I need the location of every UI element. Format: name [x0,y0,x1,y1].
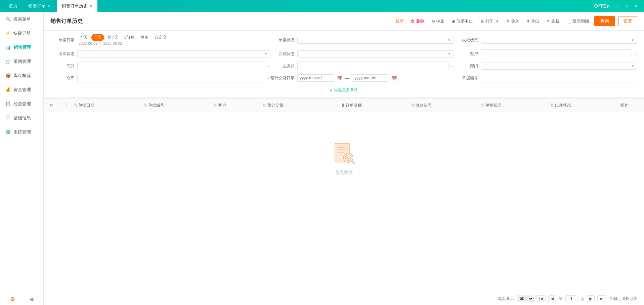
data-table: ⚙ ⇅ 单据日期 ⇅ 单据编号 ⇅ 客户 [44,98,644,202]
th-payment-status: ⇅ 收款状态 [407,99,477,112]
doc-status-select[interactable]: ▼ [297,37,454,44]
dept-select[interactable]: ▼ [481,63,637,70]
customer-dots-btn[interactable]: ··· [633,51,637,56]
footer-pagination: 每页显示 50 100 200 |◀ ◀ 第 页 ▶ ▶| 共0页，0条记录 [44,292,644,305]
add-button[interactable]: + 新增 [390,17,405,26]
show-detail-checkbox[interactable] [567,19,571,24]
show-detail-button[interactable]: 显示明细 [565,17,591,26]
th-ops: 操作 [617,99,644,112]
sidebar-item-basic[interactable]: 📄 基础信息 [0,111,43,125]
doc-number-label: 单据编号 [454,75,481,81]
warehouse-dots-btn[interactable]: ··· [266,75,270,81]
outbound-select[interactable]: ▼ [77,50,270,58]
date-btn-custom[interactable]: 自定义 [152,34,169,41]
date-btn-more[interactable]: 更多 [138,34,151,41]
window-controls: OfTEn — □ ✕ [594,3,640,9]
sidebar-item-system[interactable]: ⚙️ 系统管理 [0,125,43,139]
tab-sales-order-close[interactable]: ✕ [48,4,51,8]
th-doc-status: ⇅ 单据状态 [477,99,547,112]
collapse-btn[interactable]: ∧ 收起更多条件 [50,86,637,94]
setting-button[interactable]: 设置 [618,16,637,26]
sidebar-item-sales[interactable]: 📊 销售管理 [0,40,43,54]
sidebar-item-quicknav[interactable]: ⚡ 快捷导航 [0,26,43,40]
salesman-dots-btn[interactable]: ··· [450,63,454,69]
content-area: 销售订单历史 + 新增 🗑 删除 ⊘ 中止 ◉ [44,12,644,305]
dept-label: 部门 [454,63,481,69]
date-btn-today[interactable]: 今天 [91,34,104,41]
goods-input[interactable] [77,62,265,70]
sales-icon: 📊 [5,45,11,50]
brand-text: OfTEn [594,3,610,9]
page-number-input[interactable] [565,295,577,302]
payment-status-arrow: ▼ [631,38,634,42]
prev-page-btn[interactable]: ◀ [548,295,556,302]
tab-home[interactable]: 首页 [4,0,22,12]
svg-rect-3 [337,152,344,153]
import-button[interactable]: ⬇ 导入 [504,17,521,26]
calendar-start-icon[interactable]: 📅 [337,76,342,81]
date-label: 单据日期 [50,37,77,43]
tab-sales-order-history[interactable]: 销售订单历史 ✕ [57,0,97,12]
svg-point-5 [345,155,351,161]
export-button[interactable]: ⬆ 导出 [524,17,541,26]
delete-button[interactable]: 🗑 删除 [409,17,426,26]
sidebar-item-fund[interactable]: 💰 资金管理 [0,83,43,97]
delivery-date-end[interactable] [352,74,389,82]
date-btn-7days[interactable]: 近7天 [105,34,121,41]
complete-select[interactable]: ▼ [297,50,454,58]
payment-status-select[interactable]: ▼ [481,37,637,44]
sidebar-collapse-icon[interactable]: ◀ [29,296,33,302]
warehouse-input[interactable] [77,74,265,82]
goods-dots-btn[interactable]: ··· [266,63,270,69]
refresh-label: 刷新 [551,18,559,24]
tab-sales-order-history-close[interactable]: ✕ [90,4,93,8]
doc-number-input[interactable] [481,74,637,82]
query-button[interactable]: 查询 [594,16,615,26]
table-gear-btn[interactable]: ⚙ [47,101,55,109]
print-button[interactable]: 🖨 打印 ▼ [478,17,501,26]
stop-icon: ⊘ [432,19,435,24]
date-btn-yesterday[interactable]: 昨天 [77,34,90,41]
sidebar-item-inventory[interactable]: 📦 库存核算 [0,69,43,83]
empty-state: 暂无数据 [44,112,644,202]
sidebar-item-fund-label: 资金管理 [13,87,31,93]
stop-button[interactable]: ⊘ 中止 [430,17,446,26]
search-icon: 🔍 [5,16,11,22]
last-page-btn[interactable]: ▶| [597,295,606,302]
customer-input[interactable] [481,49,632,58]
filter-col-doc-number: 单据编号 [454,74,637,82]
first-page-btn[interactable]: |◀ [536,295,545,302]
import-label: 导入 [511,18,519,24]
minimize-btn[interactable]: — [613,4,621,8]
refresh-button[interactable]: ↺ 刷新 [545,17,561,26]
th-amount: ⇅ 订单金额 [338,99,408,112]
calendar-end-icon[interactable]: 📅 [392,76,397,81]
page-title: 销售订单历史 [50,18,83,25]
sidebar-item-operation[interactable]: 📋 经营管理 [0,97,43,111]
sidebar-item-search[interactable]: 🔍 搜索菜单 [0,12,43,26]
maximize-btn[interactable]: □ [624,4,630,8]
page-title-row: 销售订单历史 + 新增 🗑 删除 ⊘ 中止 ◉ [50,16,637,26]
th-delivery-label: ⇅ 预计交货... [263,103,287,108]
date-btn-1month[interactable]: 近1月 [122,34,137,41]
salesman-input[interactable] [297,62,448,70]
toolbar: + 新增 🗑 删除 ⊘ 中止 ◉ 取消中止 [390,16,637,26]
empty-state-row: 暂无数据 [44,112,644,203]
sidebar-gear-icon[interactable]: ⚙ [10,296,15,302]
sidebar-item-search-label: 搜索菜单 [13,16,31,22]
next-page-btn[interactable]: ▶ [587,295,595,302]
sidebar-item-sales-label: 销售管理 [13,44,31,50]
sidebar-item-purchase[interactable]: 🛒 采购管理 [0,54,43,69]
table-select-all-checkbox[interactable] [62,103,67,107]
delivery-date-start[interactable] [297,74,334,82]
sidebar-item-quicknav-label: 快捷导航 [13,30,31,36]
close-window-btn[interactable]: ✕ [633,4,640,8]
page-size-select[interactable]: 50 100 200 [517,295,534,302]
tab-sales-order[interactable]: 销售订单 ✕ [24,0,55,12]
cancel-stop-button[interactable]: ◉ 取消中止 [450,17,475,26]
system-icon: ⚙️ [5,129,11,135]
th-outbound-status-label: ⇅ 出库状态 [551,103,571,108]
export-icon: ⬆ [526,19,530,24]
filter-col-doc-status: 单据状态 ▼ [270,37,454,44]
filter-area: 单据日期 昨天 今天 近7天 近1月 更多 自定义 2023-06-02 至 2… [44,31,644,98]
